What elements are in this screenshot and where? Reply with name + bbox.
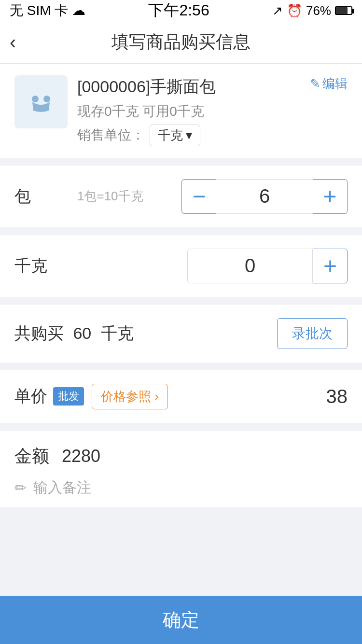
amount-row: 金额 2280 bbox=[14, 445, 348, 468]
remark-label: 输入备注 bbox=[33, 478, 91, 498]
confirm-button[interactable]: 确定 bbox=[163, 608, 199, 632]
product-unit: 销售单位： 千克 ▾ bbox=[77, 125, 348, 146]
amount-section: 金额 2280 ✏ 输入备注 bbox=[0, 431, 362, 507]
edit-icon: ✎ bbox=[310, 76, 320, 91]
page-title: 填写商品购买信息 bbox=[111, 30, 251, 54]
product-info: [0000006]手撕面包 ✎ 编辑 现存0千克 可用0千克 销售单位： 千克 … bbox=[77, 75, 348, 146]
status-left: 无 SIM 卡 ☁ bbox=[10, 1, 85, 20]
pack-qty-input[interactable] bbox=[216, 179, 313, 214]
pack-label: 包 bbox=[14, 185, 72, 208]
kg-qty-input[interactable] bbox=[187, 249, 313, 283]
price-ref-button[interactable]: 价格参照 › bbox=[92, 384, 168, 409]
total-text: 共购买 60 千克 bbox=[14, 322, 134, 345]
price-label: 单价 bbox=[14, 385, 47, 407]
kg-plus-button[interactable]: + bbox=[313, 249, 348, 283]
gps-icon: ↗ bbox=[272, 3, 283, 18]
product-thumbnail bbox=[14, 75, 68, 128]
nav-bar: ‹ 填写商品购买信息 bbox=[0, 21, 362, 64]
kg-controls: + bbox=[187, 249, 348, 283]
pack-sub: 1包=10千克 bbox=[77, 188, 143, 205]
sim-label: 无 SIM 卡 ☁ bbox=[10, 1, 85, 20]
batch-button[interactable]: 录批次 bbox=[277, 318, 348, 349]
product-stock: 现存0千克 可用0千克 bbox=[77, 102, 348, 121]
product-card: [0000006]手撕面包 ✎ 编辑 现存0千克 可用0千克 销售单位： 千克 … bbox=[0, 64, 362, 158]
edit-button[interactable]: ✎ 编辑 bbox=[310, 75, 348, 92]
battery-icon bbox=[335, 6, 352, 15]
svg-point-1 bbox=[43, 96, 50, 102]
alarm-icon: ⏰ bbox=[287, 3, 302, 18]
pack-row: 包 1包=10千克 − + bbox=[0, 166, 362, 227]
kg-section: 千克 + bbox=[0, 227, 362, 297]
total-amount: 60 bbox=[73, 324, 91, 342]
battery-label: 76% bbox=[306, 3, 331, 18]
pack-section: 包 1包=10千克 − + bbox=[0, 166, 362, 227]
pack-controls: − + bbox=[181, 179, 348, 214]
pack-plus-button[interactable]: + bbox=[313, 179, 348, 214]
status-bar: 无 SIM 卡 ☁ 下午2:56 ↗ ⏰ 76% bbox=[0, 0, 362, 21]
chevron-down-icon: ▾ bbox=[186, 128, 192, 143]
svg-point-0 bbox=[32, 96, 39, 102]
amount-value: 2280 bbox=[62, 446, 100, 466]
price-tag-batch: 批发 bbox=[53, 387, 84, 406]
product-name: [0000006]手撕面包 bbox=[77, 75, 216, 98]
pencil-icon: ✏ bbox=[14, 479, 27, 496]
price-section: 单价 批发 价格参照 › 38 bbox=[0, 370, 362, 423]
kg-label: 千克 bbox=[14, 255, 72, 277]
price-value: 38 bbox=[326, 386, 348, 407]
status-right: ↗ ⏰ 76% bbox=[272, 3, 352, 18]
back-button[interactable]: ‹ bbox=[10, 31, 16, 53]
total-row: 共购买 60 千克 录批次 bbox=[0, 305, 362, 363]
price-row: 单价 批发 价格参照 › 38 bbox=[0, 370, 362, 423]
pack-minus-button[interactable]: − bbox=[181, 179, 216, 214]
kg-row: 千克 + bbox=[0, 235, 362, 297]
status-time: 下午2:56 bbox=[148, 0, 209, 21]
confirm-bar[interactable]: 确定 bbox=[0, 596, 362, 644]
remark-row[interactable]: ✏ 输入备注 bbox=[14, 478, 348, 498]
unit-select[interactable]: 千克 ▾ bbox=[150, 125, 200, 146]
